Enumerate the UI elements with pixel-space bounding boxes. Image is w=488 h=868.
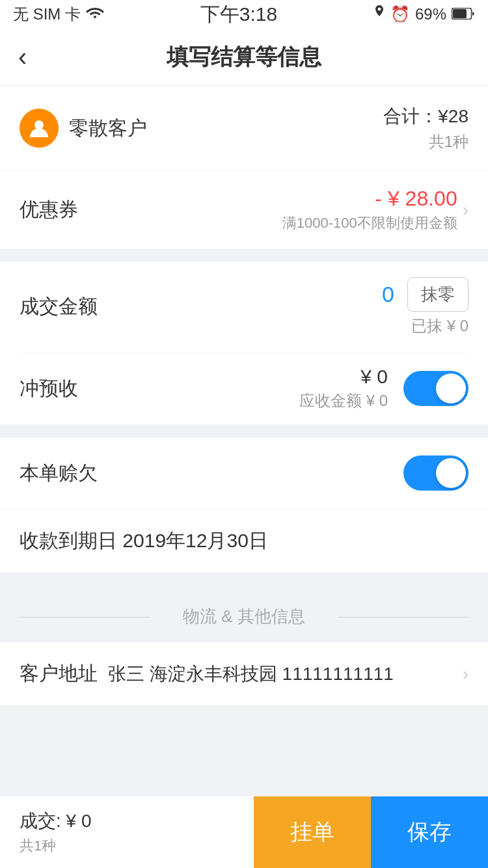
status-bar: 无 SIM 卡 下午3:18 ⏰ 69%	[0, 0, 488, 29]
address-chevron-icon: ›	[463, 664, 468, 685]
prepayment-amount: ¥ 0	[299, 366, 388, 388]
address-value: 张三 海淀永丰科技园 11111111111	[108, 662, 463, 686]
save-button[interactable]: 保存	[371, 796, 488, 868]
coupon-row[interactable]: 优惠券 - ¥ 28.00 满1000-100不限制使用金额 ›	[0, 170, 488, 249]
customer-section: 零散客户 合计：¥28 共1种	[0, 86, 488, 170]
customer-left: 零散客户	[20, 109, 147, 148]
deal-amount-label: 成交金额	[20, 293, 111, 320]
bottom-count: 共1种	[20, 836, 234, 856]
customer-row: 零散客户 合计：¥28 共1种	[0, 86, 488, 170]
bottom-deal: 成交: ¥ 0	[20, 809, 234, 834]
arrears-toggle[interactable]	[403, 455, 468, 491]
logistics-section-header: 物流 & 其他信息	[0, 592, 488, 641]
toggle-knob	[436, 373, 466, 403]
status-right: ⏰ 69%	[373, 5, 475, 23]
nav-bar: ‹ 填写结算等信息	[0, 29, 488, 86]
already-rounded-text: 已抹 ¥ 0	[411, 316, 468, 336]
address-section[interactable]: 客户地址 张三 海淀永丰科技园 11111111111 ›	[0, 642, 488, 705]
pending-button[interactable]: 挂单	[254, 796, 371, 868]
coupon-desc: 满1000-100不限制使用金额	[282, 213, 457, 233]
arrears-toggle-knob	[436, 458, 466, 488]
coupon-right: - ¥ 28.00 满1000-100不限制使用金额 ›	[282, 187, 468, 233]
due-date-section: 收款到期日 2019年12月30日	[0, 509, 488, 573]
arrears-label: 本单赊欠	[20, 460, 98, 487]
bottom-info: 成交: ¥ 0 共1种	[0, 809, 254, 856]
status-time: 下午3:18	[200, 1, 277, 28]
customer-count: 共1种	[383, 131, 468, 152]
svg-point-2	[34, 120, 44, 129]
round-zero-button[interactable]: 抹零	[407, 277, 468, 312]
deal-amount-value-area: 0 抹零 已抹 ¥ 0	[382, 277, 468, 336]
customer-total: 合计：¥28	[383, 104, 468, 129]
page-title: 填写结算等信息	[167, 42, 321, 72]
deal-amount-value: 0	[382, 282, 394, 307]
sim-text: 无 SIM 卡	[13, 4, 81, 25]
prepayment-right: ¥ 0 应收金额 ¥ 0	[299, 366, 468, 411]
svg-rect-1	[453, 9, 467, 18]
customer-name: 零散客户	[69, 115, 147, 142]
deal-amount-section: 成交金额 0 抹零 已抹 ¥ 0 冲预收 ¥ 0 应收金额 ¥ 0	[0, 262, 488, 424]
battery-text: 69%	[415, 5, 446, 23]
due-date-text: 收款到期日 2019年12月30日	[20, 530, 268, 551]
prepayment-toggle[interactable]	[403, 371, 468, 406]
customer-right: 合计：¥28 共1种	[383, 104, 468, 152]
divider-2	[0, 424, 488, 437]
back-button[interactable]: ‹	[18, 42, 27, 72]
content-area: 零散客户 合计：¥28 共1种 优惠券 - ¥ 28.00 满1000-100不…	[0, 86, 488, 868]
coupon-section: 优惠券 - ¥ 28.00 满1000-100不限制使用金额 ›	[0, 170, 488, 249]
battery-icon	[452, 5, 475, 23]
bottom-deal-label: 成交:	[20, 811, 61, 831]
coupon-label: 优惠券	[20, 197, 78, 223]
receivable-amount: 应收金额 ¥ 0	[299, 390, 388, 411]
alarm-icon: ⏰	[390, 5, 410, 23]
divider-3	[0, 573, 488, 592]
deal-amount-row: 成交金额 0 抹零 已抹 ¥ 0	[20, 262, 468, 353]
avatar	[20, 109, 59, 148]
chevron-right-icon: ›	[463, 200, 468, 221]
arrears-section: 本单赊欠	[0, 437, 488, 509]
status-left: 无 SIM 卡	[13, 4, 104, 25]
coupon-amount: - ¥ 28.00	[282, 187, 457, 211]
wifi-icon	[86, 5, 104, 23]
prepayment-row: 冲预收 ¥ 0 应收金额 ¥ 0	[20, 353, 468, 424]
logistics-label: 物流 & 其他信息	[183, 606, 305, 626]
prepayment-label: 冲预收	[20, 375, 78, 402]
bottom-bar: 成交: ¥ 0 共1种 挂单 保存	[0, 796, 488, 868]
bottom-deal-value: ¥ 0	[66, 811, 92, 831]
divider-1	[0, 249, 488, 262]
location-icon	[373, 5, 385, 23]
address-label: 客户地址	[20, 660, 98, 687]
